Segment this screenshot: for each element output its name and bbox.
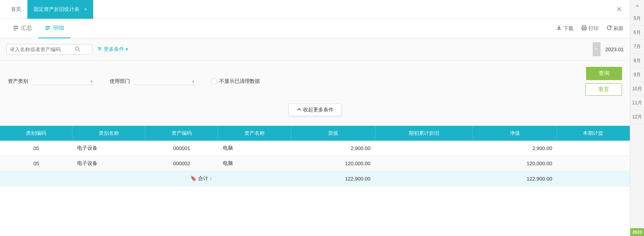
print-icon <box>581 25 587 32</box>
print-button[interactable]: 打印 <box>581 25 599 32</box>
nav-home-link[interactable]: 首页 <box>5 6 27 13</box>
cell-original-value: 2,900.00 <box>291 141 375 156</box>
sidebar-month-item[interactable]: 5月 <box>630 12 644 26</box>
download-button[interactable]: 下载 <box>556 25 574 32</box>
svg-rect-4 <box>45 28 50 29</box>
asset-category-select-wrapper: ▾ <box>31 77 94 85</box>
table-row: 05 电子设备 000002 电脑 120,000.00 120,000.00 <box>0 156 630 171</box>
use-dept-label: 使用部门 <box>110 78 130 85</box>
sidebar-month-item[interactable]: 12月 <box>630 110 644 124</box>
refresh-icon <box>606 25 612 32</box>
more-criteria-label: 更多条件 <box>104 46 124 53</box>
total-cell-empty1 <box>0 171 72 186</box>
total-label: 🔖合计： <box>72 171 218 186</box>
sidebar-month-item[interactable]: 8月 <box>630 54 644 68</box>
collapse-bar: 收起更多条件 <box>8 100 622 119</box>
tab-summary-label: 汇总 <box>21 25 32 32</box>
data-table: 类别编码 类别名称 资产编码 资产名称 原值 期初累计折旧 净值 本期计提 05… <box>0 126 630 186</box>
filter-action-buttons: 查询 重置 <box>585 67 622 96</box>
table-row: 05 电子设备 000001 电脑 2,900.00 2,900.00 <box>0 141 630 156</box>
use-dept-select[interactable] <box>133 77 196 85</box>
top-nav: 首页 固定资产折旧统计表 × ✕ <box>0 0 630 19</box>
search-icon[interactable] <box>75 46 80 53</box>
search-input[interactable] <box>10 46 72 52</box>
window-close-button[interactable]: ✕ <box>613 2 625 17</box>
sidebar-month-item[interactable]: 6月 <box>630 26 644 40</box>
use-dept-field: 使用部门 ▾ <box>110 77 196 85</box>
hide-cleared-field: 不显示已清理数据 <box>211 78 260 85</box>
col-current-depreciation: 本期计提 <box>557 126 630 141</box>
svg-rect-5 <box>45 29 49 30</box>
year-badge[interactable]: 2023 <box>630 228 644 236</box>
col-asset-code: 资产编码 <box>145 126 218 141</box>
chevron-down-icon: ▾ <box>126 46 128 52</box>
download-label: 下载 <box>563 25 574 32</box>
hide-cleared-checkbox[interactable] <box>211 79 217 84</box>
tab-summary[interactable]: 汇总 <box>6 19 38 38</box>
asset-category-label: 资产类别 <box>8 78 28 85</box>
asset-category-select[interactable] <box>31 77 94 85</box>
cell-asset-code: 000002 <box>145 156 218 171</box>
cell-category-name: 电子设备 <box>72 156 145 171</box>
cell-accum-depreciation <box>375 156 473 171</box>
download-icon <box>556 25 562 32</box>
svg-rect-0 <box>13 26 18 27</box>
col-category-code: 类别编码 <box>0 126 72 141</box>
chevron-up-icon <box>297 107 301 113</box>
total-icon: 🔖 <box>190 175 197 181</box>
svg-line-10 <box>79 50 80 51</box>
cell-original-value: 120,000.00 <box>291 156 375 171</box>
use-dept-select-wrapper: ▾ <box>133 77 196 85</box>
filter-icon <box>97 46 102 52</box>
right-sidebar: 5月6月7月8月9月10月11月12月 2023 <box>630 0 644 236</box>
cell-category-name: 电子设备 <box>72 141 145 156</box>
sidebar-month-item[interactable]: 11月 <box>630 96 644 110</box>
svg-rect-2 <box>13 30 16 30</box>
date-display: 2023.01 <box>605 46 624 52</box>
asset-category-field: 资产类别 ▾ <box>8 77 94 85</box>
cell-asset-code: 000001 <box>145 141 218 156</box>
cell-net-value: 2,900.00 <box>473 141 557 156</box>
search-wrapper <box>6 44 92 55</box>
reset-button[interactable]: 重置 <box>585 83 622 96</box>
cell-asset-name: 电脑 <box>218 141 291 156</box>
advanced-filter-panel: 资产类别 ▾ 使用部门 ▾ <box>0 61 630 126</box>
sidebar-month-item[interactable]: 7月 <box>630 40 644 54</box>
total-net-value: 122,900.00 <box>473 171 557 186</box>
total-current-depreciation <box>557 171 630 186</box>
print-label: 打印 <box>588 25 599 32</box>
cell-category-code: 05 <box>0 156 72 171</box>
tab-detail[interactable]: 明细 <box>38 19 70 38</box>
svg-rect-3 <box>45 26 50 27</box>
col-original-value: 原值 <box>291 126 375 141</box>
nav-tab-close-icon[interactable]: × <box>84 7 87 12</box>
total-cell-empty2 <box>218 171 291 186</box>
sidebar-month-item[interactable]: 9月 <box>630 68 644 82</box>
layers-icon <box>13 25 19 31</box>
cell-current-depreciation <box>557 141 630 156</box>
hide-cleared-label: 不显示已清理数据 <box>219 78 260 85</box>
data-table-wrapper: 类别编码 类别名称 资产编码 资产名称 原值 期初累计折旧 净值 本期计提 05… <box>0 126 630 236</box>
sidebar-month-item[interactable]: 10月 <box>630 82 644 96</box>
nav-active-tab[interactable]: 固定资产折旧统计表 × <box>27 0 93 19</box>
total-accum-depreciation <box>375 171 473 186</box>
list-icon <box>45 25 51 31</box>
col-net-value: 净值 <box>473 126 557 141</box>
refresh-button[interactable]: 刷新 <box>606 25 624 32</box>
nav-tab-label: 固定资产折旧统计表 <box>34 6 79 13</box>
sidebar-expand-button[interactable] <box>593 42 601 56</box>
svg-rect-1 <box>13 28 18 29</box>
filter-bar: 更多条件 ▾ 2023.01 <box>0 38 630 61</box>
more-criteria-button[interactable]: 更多条件 ▾ <box>97 46 128 53</box>
col-accum-depreciation: 期初累计折旧 <box>375 126 473 141</box>
collapse-button[interactable]: 收起更多条件 <box>289 104 342 116</box>
filter-row: 资产类别 ▾ 使用部门 ▾ <box>8 67 622 96</box>
sidebar-up-button[interactable] <box>630 0 644 12</box>
page-container: 汇总 明细 <box>0 19 630 236</box>
tab-actions: 下载 打印 <box>556 25 624 32</box>
cell-asset-name: 电脑 <box>218 156 291 171</box>
query-button[interactable]: 查询 <box>586 67 622 80</box>
table-header-row: 类别编码 类别名称 资产编码 资产名称 原值 期初累计折旧 净值 本期计提 <box>0 126 630 141</box>
col-category-name: 类别名称 <box>72 126 145 141</box>
tab-bar: 汇总 明细 <box>0 19 630 38</box>
